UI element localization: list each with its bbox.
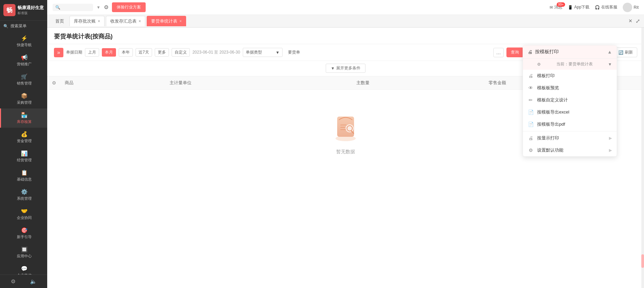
tab-order-stats-close[interactable]: × (179, 19, 182, 23)
trial-btn[interactable]: 体验行业方案 (112, 2, 146, 12)
guide-icon: 🎯 (21, 227, 28, 233)
sales-icon: 🛒 (21, 73, 28, 80)
current-template-icon: ⚙ (537, 62, 541, 67)
tabbar-expand-btn[interactable]: ⤢ (636, 18, 640, 24)
date-btn-this-year[interactable]: 本年 (119, 48, 133, 57)
table-settings-icon[interactable]: ⚙ (52, 80, 56, 86)
dropdown-divider (523, 131, 617, 131)
purchase-icon: 📦 (21, 93, 28, 99)
purchase-label: 采购管理 (17, 100, 32, 105)
filter-expand-btn[interactable]: » (54, 48, 63, 57)
marketing-label: 营销推广 (17, 62, 32, 67)
type-filter-arrow: ▼ (275, 50, 280, 55)
sidebar-item-finance[interactable]: 💰 资金管理 (0, 128, 47, 147)
guide-label: 新手引导 (17, 234, 32, 239)
inventory-icon: 🏪 (21, 112, 28, 118)
finance-label: 资金管理 (17, 138, 32, 143)
expand-more-btn[interactable]: ▼ 展开更多条件 (326, 64, 365, 73)
sidebar-logo: 畅 畅康通好生意 标准版 (0, 0, 47, 21)
template-design-icon: ✏ (528, 97, 534, 103)
sidebar-item-collab[interactable]: 🤝 企业协同 (0, 204, 47, 224)
marketing-icon: 📢 (21, 54, 28, 61)
content-scrollbar[interactable] (641, 28, 644, 288)
sidebar-audio-btn[interactable]: 🔈 (30, 278, 37, 285)
tab-home-label: 首页 (55, 18, 64, 24)
tab-collect-summary-label: 收发存汇总表 (110, 18, 137, 24)
page-header: 要货单统计表(按商品) (47, 28, 644, 44)
content-area: 要货单统计表(按商品) » 单据日期 上月 本月 本年 近7天 更多 自定义 2… (47, 28, 644, 288)
quick-nav-icon: ⚡ (21, 35, 28, 41)
dropdown-item-display-print[interactable]: 🖨 按显示打印 ▶ (523, 132, 617, 144)
type-filter-select[interactable]: 单据类型 ▼ (243, 48, 283, 57)
tab-order-stats[interactable]: 要货单统计表 × (147, 16, 186, 26)
tab-batch-account[interactable]: 库存批次账 × (69, 16, 105, 26)
tab-home[interactable]: 首页 (51, 16, 68, 26)
sidebar-item-basic[interactable]: 📋 基础信息 (0, 166, 47, 185)
username-label: Rit (634, 5, 639, 10)
refresh-btn[interactable]: 🔄 刷新 (614, 47, 637, 57)
sidebar-nav: ⚡ 快捷导航 📢 营销推广 🛒 销售管理 📦 采购管理 🏪 库存核算 💰 资金管… (0, 32, 47, 275)
tab-collect-summary-close[interactable]: × (139, 19, 141, 23)
search-label: 搜索菜单 (10, 23, 27, 29)
sidebar-item-guide[interactable]: 🎯 新手引导 (0, 224, 47, 243)
tab-collect-summary[interactable]: 收发存汇总表 × (106, 16, 145, 26)
current-template-arrow: ▼ (608, 62, 612, 67)
sidebar-item-purchase[interactable]: 📦 采购管理 (0, 89, 47, 108)
sidebar-item-system[interactable]: ⚙️ 系统管理 (0, 185, 47, 204)
sidebar-search[interactable]: 🔍 搜索菜单 (0, 21, 47, 32)
messages-btn[interactable]: ✉ 消息 99+ (550, 4, 562, 10)
type-filter-label: 单据类型 (246, 50, 262, 55)
default-func-arrow: ▶ (609, 148, 612, 153)
sidebar-item-marketing[interactable]: 📢 营销推广 (0, 51, 47, 70)
dropdown-item-template-print[interactable]: 🖨 模板打印 (523, 70, 617, 82)
dropdown-header-right: ▲ (607, 49, 612, 55)
topbar-settings-icon[interactable]: ⚙ (104, 4, 109, 10)
dropdown-item-template-pdf[interactable]: 📄 按模板导出pdf (523, 118, 617, 130)
tabbar-close-all-btn[interactable]: × (626, 17, 634, 25)
col-unit: 主计量单位 (166, 76, 352, 90)
print-dropdown: 🖨 按模板打印 ▲ ⚙ 当前：要货单统计表 ▼ 🖨 模板打印 👁 模板板预览 (523, 45, 617, 157)
dropdown-item-template-preview[interactable]: 👁 模板板预览 (523, 82, 617, 94)
more-actions-btn[interactable]: ... (493, 48, 504, 57)
sidebar-item-sales[interactable]: 🛒 销售管理 (0, 70, 47, 89)
tab-batch-account-close[interactable]: × (98, 19, 100, 23)
date-btn-custom[interactable]: 自定义 (172, 48, 190, 57)
date-btn-last-month[interactable]: 上月 (85, 48, 99, 57)
topbar: 🔍 ▼ ⚙ 体验行业方案 ✉ 消息 99+ 📱 App下载 🎧 在线客服 Rit (47, 0, 644, 15)
appstore-icon: 🔲 (21, 246, 28, 253)
query-btn[interactable]: 查询 (506, 47, 523, 57)
sidebar-item-inventory[interactable]: 🏪 库存核算 (0, 108, 47, 128)
dropdown-close-arrow[interactable]: ▲ (607, 49, 612, 55)
date-btn-more[interactable]: 更多 (155, 48, 169, 57)
dropdown-item-template-excel[interactable]: 📄 按模板导出excel (523, 106, 617, 118)
date-btn-this-month[interactable]: 本月 (102, 48, 116, 57)
topbar-search[interactable]: 🔍 (53, 4, 93, 11)
dropdown-item-template-design[interactable]: ✏ 模板自定义设计 (523, 94, 617, 106)
logo-text: 畅康通好生意 标准版 (18, 5, 44, 15)
user-avatar-area[interactable]: Rit (623, 3, 639, 12)
topbar-dropdown-arrow[interactable]: ▼ (96, 5, 100, 10)
date-btn-7days[interactable]: 近7天 (136, 48, 152, 57)
date-filter-label: 单据日期 (66, 50, 82, 55)
brand-name: 畅康通好生意 (18, 5, 44, 11)
sidebar-item-quick-nav[interactable]: ⚡ 快捷导航 (0, 32, 47, 51)
app-download-btn[interactable]: 📱 App下载 (568, 4, 589, 10)
display-print-label: 按显示打印 (537, 135, 606, 141)
dropdown-item-default-func[interactable]: ⚙ 设置默认功能 ▶ (523, 144, 617, 156)
sidebar-settings-btn[interactable]: ⚙ (11, 278, 16, 285)
sidebar-item-wechat[interactable]: 💬 企业微信 (0, 262, 47, 275)
refresh-icon: 🔄 (618, 50, 623, 55)
empty-text: 暂无数据 (336, 149, 355, 155)
collab-label: 企业协同 (17, 215, 32, 220)
expand-more-label: 展开更多条件 (336, 65, 360, 71)
sidebar-item-appstore[interactable]: 🔲 应用中心 (0, 243, 47, 262)
sidebar: 畅 畅康通好生意 标准版 🔍 搜索菜单 ⚡ 快捷导航 📢 营销推广 🛒 销售管理… (0, 0, 47, 288)
sidebar-item-operations[interactable]: 📊 经营管理 (0, 147, 47, 166)
search-icon: 🔍 (3, 24, 8, 29)
tab-batch-account-label: 库存批次账 (74, 18, 96, 24)
sidebar-footer: ⚙ 🔈 (0, 275, 47, 288)
sales-label: 销售管理 (17, 81, 32, 86)
template-print-icon: 🖨 (528, 73, 534, 78)
online-service-btn[interactable]: 🎧 在线客服 (595, 4, 617, 10)
finance-icon: 💰 (21, 131, 28, 137)
